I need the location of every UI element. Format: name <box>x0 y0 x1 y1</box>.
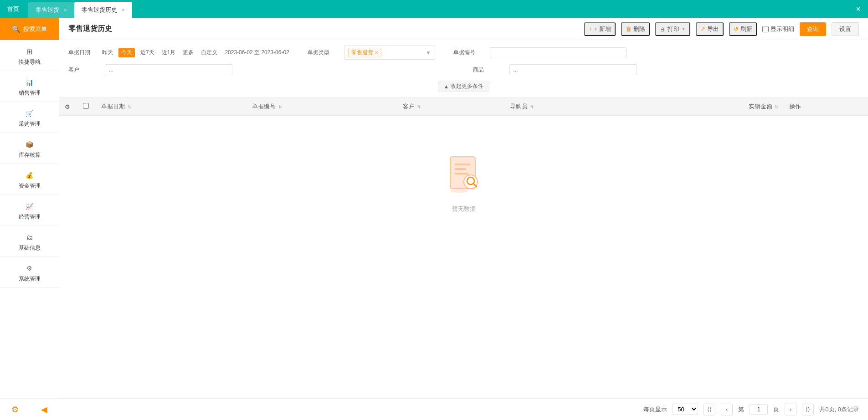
export-icon: ↗ <box>700 26 705 32</box>
sidebar-item-quick-nav[interactable]: ⊞ 快捷导航 <box>0 40 59 71</box>
goods-input[interactable] <box>509 64 637 75</box>
query-button[interactable]: 查询 <box>800 22 826 36</box>
refresh-icon: ↺ <box>734 26 739 32</box>
date-opt-1month[interactable]: 近1月 <box>160 48 178 57</box>
search-icon: 🔍 <box>12 25 21 33</box>
goods-filter-label: 商品 <box>473 66 505 74</box>
th-number-sort-icon[interactable]: ⇅ <box>278 104 282 109</box>
type-filter-select[interactable]: 零售退货 × ▼ <box>344 46 435 60</box>
tab-retail-return-label: 零售退货 <box>36 6 59 14</box>
sidebar-item-operations[interactable]: 📈 经营管理 <box>0 195 59 226</box>
quick-nav-icon: ⊞ <box>25 46 35 56</box>
select-all-checkbox[interactable] <box>83 103 89 109</box>
tab-retail-return-close[interactable]: × <box>64 7 67 13</box>
date-opt-7days[interactable]: 近7天 <box>139 48 156 57</box>
th-settings[interactable]: ⚙ <box>59 98 77 116</box>
tab-retail-return[interactable]: 零售退货 × <box>28 2 74 18</box>
goods-field: 商品 <box>473 64 859 75</box>
th-customer-label: 客户 <box>403 103 415 110</box>
print-button[interactable]: 🖨 打印 ▼ <box>655 22 690 36</box>
date-opt-more[interactable]: 更多 <box>181 48 195 57</box>
page-label: 第 <box>738 405 744 414</box>
filter-row-2: 客户 商品 <box>68 64 859 75</box>
empty-state: 暂无数据 <box>59 116 868 250</box>
filter-area: 单据日期 昨天 今天 近7天 近1月 更多 自定义 2023-06-02 至 2… <box>59 40 868 98</box>
sidebar-item-finance[interactable]: 💰 资金管理 <box>0 164 59 195</box>
delete-button[interactable]: 🗑 删除 <box>621 22 650 36</box>
page-number-input[interactable] <box>750 404 768 415</box>
type-filter-label: 单据类型 <box>308 49 339 56</box>
prev-page-button[interactable]: ‹ <box>721 404 733 415</box>
th-amount-sort-icon[interactable]: ⇅ <box>775 104 778 109</box>
per-page-label: 每页显示 <box>643 405 667 414</box>
voucher-number-container: 单据编号 <box>453 47 859 58</box>
collapse-button[interactable]: ▲ 收起更多条件 <box>438 81 490 92</box>
sales-mgmt-icon: 📊 <box>25 77 35 87</box>
voucher-number-input[interactable] <box>490 47 627 58</box>
collapse-bar: ▲ 收起更多条件 <box>68 79 859 94</box>
tab-home[interactable]: 首页 <box>0 0 26 18</box>
svg-rect-2 <box>455 164 471 165</box>
basic-info-icon: 🗂 <box>25 232 35 242</box>
sidebar-label-purchase-mgmt: 采购管理 <box>19 120 41 128</box>
type-tag-close-button[interactable]: × <box>375 50 378 56</box>
sidebar-search-button[interactable]: 🔍 搜索菜单 <box>0 18 59 40</box>
tab-retail-return-history[interactable]: 零售退货历史 × <box>74 2 132 18</box>
date-opt-today[interactable]: 今天 <box>118 48 135 57</box>
sidebar-item-sales-mgmt[interactable]: 📊 销售管理 <box>0 71 59 102</box>
type-select-arrow-icon: ▼ <box>426 50 431 56</box>
sidebar-item-system-mgmt[interactable]: ⚙ 系统管理 <box>0 257 59 288</box>
window-close-button[interactable]: × <box>848 0 868 18</box>
last-page-button[interactable]: ⟩⟩ <box>802 404 814 415</box>
system-mgmt-icon: ⚙ <box>25 263 35 273</box>
header-actions: + + 新增 🗑 删除 🖨 打印 ▼ ↗ 导出 ↺ <box>584 22 859 36</box>
data-table: ⚙ 单据日期 ⇅ 单据编号 ⇅ 客户 ⇅ <box>59 98 868 250</box>
new-icon: + <box>589 26 592 32</box>
print-arrow-icon: ▼ <box>681 26 686 31</box>
th-actions: 操作 <box>784 98 868 116</box>
purchase-mgmt-icon: 🛒 <box>25 108 35 118</box>
sidebar-item-basic-info[interactable]: 🗂 基础信息 <box>0 226 59 257</box>
th-guide-label: 导购员 <box>510 103 528 110</box>
th-customer: 客户 ⇅ <box>397 98 504 116</box>
type-tag-retail-return: 零售退货 × <box>348 48 381 57</box>
setting-button[interactable]: 设置 <box>832 22 859 36</box>
customer-field: 客户 <box>68 64 455 75</box>
export-button[interactable]: ↗ 导出 <box>696 22 724 36</box>
sidebar-label-quick-nav: 快捷导航 <box>19 58 41 66</box>
sidebar-settings-icon[interactable]: ⚙ <box>11 405 19 415</box>
per-page-select[interactable]: 50 100 200 <box>673 404 698 415</box>
sidebar-item-inventory[interactable]: 📦 库存核算 <box>0 133 59 164</box>
th-guide-sort-icon[interactable]: ⇅ <box>530 104 534 109</box>
top-bar: 首页 零售退货 × 零售退货历史 × × <box>0 0 868 18</box>
th-customer-sort-icon[interactable]: ⇅ <box>417 104 421 109</box>
sidebar-search-label: 搜索菜单 <box>23 25 47 33</box>
th-checkbox[interactable] <box>77 98 96 116</box>
display-toggle-checkbox[interactable] <box>762 26 769 32</box>
sidebar-label-basic-info: 基础信息 <box>19 244 41 252</box>
sidebar-collapse-icon[interactable]: ◀ <box>41 405 47 415</box>
date-opt-yesterday[interactable]: 昨天 <box>100 48 115 57</box>
date-filter-options: 昨天 今天 近7天 近1月 更多 自定义 2023-06-02 至 2023-0… <box>100 48 289 57</box>
new-label: + 新增 <box>594 25 611 33</box>
table-footer: 每页显示 50 100 200 ⟨⟨ ‹ 第 页 › ⟩⟩ 共0页, 0条记录 <box>59 398 868 420</box>
sidebar-item-purchase-mgmt[interactable]: 🛒 采购管理 <box>0 102 59 133</box>
sidebar-label-sales-mgmt: 销售管理 <box>19 89 41 97</box>
customer-input[interactable] <box>105 64 232 75</box>
th-guide: 导购员 ⇅ <box>504 98 633 116</box>
page-title: 零售退货历史 <box>68 24 584 34</box>
collapse-label: 收起更多条件 <box>451 82 483 90</box>
next-page-button[interactable]: › <box>785 404 796 415</box>
first-page-button[interactable]: ⟨⟨ <box>704 404 715 415</box>
collapse-arrow-icon: ▲ <box>444 83 449 90</box>
sidebar-label-operations: 经营管理 <box>19 213 41 221</box>
th-date-sort-icon[interactable]: ⇅ <box>128 104 131 109</box>
empty-text: 暂无数据 <box>452 205 476 213</box>
date-opt-custom[interactable]: 自定义 <box>199 48 219 57</box>
content-area: 零售退货历史 + + 新增 🗑 删除 🖨 打印 ▼ ↗ 导出 <box>59 18 868 420</box>
new-button[interactable]: + + 新增 <box>584 22 616 36</box>
refresh-button[interactable]: ↺ 刷新 <box>729 22 757 36</box>
finance-icon: 💰 <box>25 170 35 180</box>
customer-filter-label: 客户 <box>68 66 100 74</box>
tab-retail-return-history-close[interactable]: × <box>122 7 125 13</box>
